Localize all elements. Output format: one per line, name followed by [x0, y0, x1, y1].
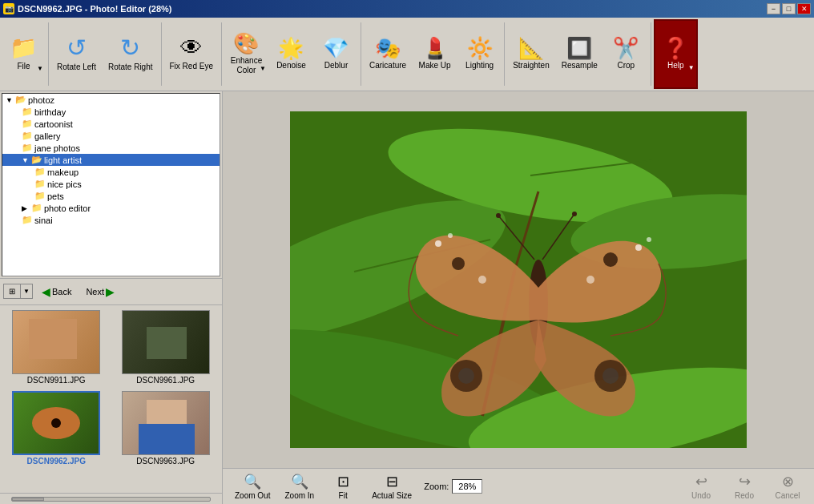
separator-4	[361, 22, 361, 86]
window-title: DSCN9962.JPG - Photo! Editor (28%)	[18, 4, 172, 14]
crop-icon: ✂️	[613, 38, 639, 58]
minimize-button[interactable]: −	[767, 3, 780, 14]
zoom-out-button[interactable]: 🔍 Zoom Out	[229, 470, 276, 503]
image-area: 🔍 Zoom Out 🔍 Zoom In ⊡ Fit ⊟ Actual Size…	[223, 91, 814, 504]
make-up-label: Make Up	[419, 61, 451, 71]
svg-point-14	[586, 276, 594, 284]
horizontal-scrollbar[interactable]	[0, 493, 222, 504]
zoom-label: Zoom:	[424, 482, 449, 491]
undo-label: Undo	[691, 491, 711, 500]
separator-1	[48, 22, 49, 86]
image-canvas	[223, 91, 814, 468]
file-tree[interactable]: ▼ 📂 photoz 📁 birthday 📁 cartoonist 📁 gal…	[2, 93, 220, 276]
thumbnail-grid: DSCN9911.JPG DSCN9961.JPG DSCN9962.JPG	[0, 305, 222, 494]
denoise-button[interactable]: 🌟 Denoise	[269, 19, 313, 89]
thumbnail-dscn9963[interactable]: DSCN9963.JPG	[113, 389, 220, 467]
enhance-color-icon: 🎨	[233, 33, 259, 54]
back-label: Back	[52, 287, 71, 296]
back-button[interactable]: ◀ Back	[36, 283, 77, 300]
zoom-input[interactable]	[452, 479, 482, 494]
thumb-canvas-9961	[123, 311, 209, 373]
tree-item-gallery[interactable]: 📁 gallery	[2, 130, 220, 142]
next-button[interactable]: Next ▶	[80, 283, 120, 300]
svg-point-18	[602, 368, 619, 384]
deblur-icon: 💎	[323, 38, 349, 58]
view-arrow-icon: ▼	[21, 285, 32, 297]
resample-button[interactable]: 🔲 Resample	[556, 19, 603, 89]
tree-item-cartoonist[interactable]: 📁 cartoonist	[2, 118, 220, 130]
folder-icon-makeup: 📁	[34, 167, 46, 177]
expand-icon-photo-editor: ▶	[22, 204, 30, 212]
tree-item-pets[interactable]: 📁 pets	[2, 190, 220, 202]
tree-item-photo-editor[interactable]: ▶ 📁 photo editor	[2, 202, 220, 214]
scrollbar-thumb[interactable]	[12, 498, 44, 501]
zoom-area: Zoom:	[424, 479, 482, 494]
crop-button[interactable]: ✂️ Crop	[604, 19, 648, 89]
rotate-left-button[interactable]: ↺ Rotate Left	[51, 19, 102, 89]
tree-item-nice-pics[interactable]: 📁 nice pics	[2, 178, 220, 190]
separator-3	[221, 22, 222, 86]
crop-label: Crop	[617, 61, 635, 71]
file-label: File	[17, 62, 30, 71]
tree-item-jane-photos[interactable]: 📁 jane photos	[2, 142, 220, 154]
caricature-label: Caricature	[369, 61, 406, 71]
actual-size-button[interactable]: ⊟ Actual Size	[366, 470, 417, 503]
tree-label-photo-editor: photo editor	[44, 204, 91, 213]
zoom-out-label: Zoom Out	[235, 491, 270, 500]
redo-button: ↪ Redo	[724, 470, 764, 503]
zoom-in-button[interactable]: 🔍 Zoom In	[279, 470, 320, 503]
separator-6	[651, 22, 651, 86]
svg-point-11	[452, 257, 465, 270]
nav-bar: ⊞ ▼ ◀ Back Next ▶	[0, 278, 222, 305]
tree-item-birthday[interactable]: 📁 birthday	[2, 106, 220, 118]
caricature-icon: 🎭	[375, 38, 401, 58]
thumb-canvas-9911	[13, 311, 99, 373]
fit-button[interactable]: ⊡ Fit	[323, 470, 363, 503]
maximize-button[interactable]: □	[782, 3, 796, 14]
separator-5	[504, 22, 505, 86]
caricature-button[interactable]: 🎭 Caricature	[364, 19, 412, 89]
folder-icon-photo-editor: 📁	[31, 203, 42, 213]
tree-label-nice-pics: nice pics	[47, 179, 82, 189]
expand-icon: ▼	[6, 96, 14, 104]
window-controls[interactable]: − □ ✕	[767, 3, 811, 14]
view-button[interactable]: ⊞ ▼	[3, 284, 33, 299]
tree-label-cartoonist: cartoonist	[34, 119, 73, 129]
resample-icon: 🔲	[566, 38, 592, 58]
tree-item-makeup[interactable]: 📁 makeup	[2, 166, 220, 178]
thumbnail-label-dscn9963: DSCN9963.JPG	[136, 457, 195, 466]
fit-label: Fit	[339, 491, 348, 500]
help-button[interactable]: ❓ Help ▼	[654, 19, 698, 89]
next-label: Next	[86, 287, 104, 296]
svg-point-22	[572, 212, 577, 216]
close-button[interactable]: ✕	[797, 3, 811, 14]
fix-red-eye-button[interactable]: 👁 Fix Red Eye	[164, 19, 219, 89]
tree-item-photoz[interactable]: ▼ 📂 photoz	[2, 94, 220, 106]
redo-label: Redo	[735, 491, 754, 500]
file-button[interactable]: 📁 File ▼	[2, 19, 46, 89]
make-up-button[interactable]: 💄 Make Up	[413, 19, 457, 89]
expand-icon-light-artist: ▼	[22, 156, 30, 164]
svg-point-25	[635, 244, 642, 251]
butterfly-image	[290, 111, 747, 448]
tree-item-light-artist[interactable]: ▼ 📂 light artist	[2, 154, 220, 166]
straighten-label: Straighten	[513, 61, 550, 71]
title-bar: 📷 DSCN9962.JPG - Photo! Editor (28%) − □…	[0, 0, 814, 18]
straighten-button[interactable]: 📐 Straighten	[507, 19, 555, 89]
enhance-color-button[interactable]: 🎨 EnhanceColor ▼	[224, 19, 268, 89]
rotate-right-label: Rotate Right	[108, 62, 153, 72]
tree-scroll-area[interactable]: ▼ 📂 photoz 📁 birthday 📁 cartoonist 📁 gal…	[2, 94, 220, 276]
thumbnail-dscn9962[interactable]: DSCN9962.JPG	[3, 389, 110, 467]
deblur-label: Deblur	[324, 61, 348, 71]
deblur-button[interactable]: 💎 Deblur	[314, 19, 358, 89]
tree-item-sinai[interactable]: 📁 sinai	[2, 214, 220, 226]
thumbnail-dscn9911[interactable]: DSCN9911.JPG	[3, 308, 110, 386]
rotate-right-button[interactable]: ↻ Rotate Right	[103, 19, 159, 89]
lighting-button[interactable]: 🔆 Lighting	[457, 19, 502, 89]
folder-icon-birthday: 📁	[22, 107, 33, 117]
enhance-color-label: EnhanceColor	[231, 56, 262, 75]
status-bar: 🔍 Zoom Out 🔍 Zoom In ⊡ Fit ⊟ Actual Size…	[223, 468, 814, 504]
denoise-label: Denoise	[276, 61, 306, 71]
thumbnail-dscn9961[interactable]: DSCN9961.JPG	[113, 308, 220, 386]
lighting-label: Lighting	[465, 61, 494, 71]
